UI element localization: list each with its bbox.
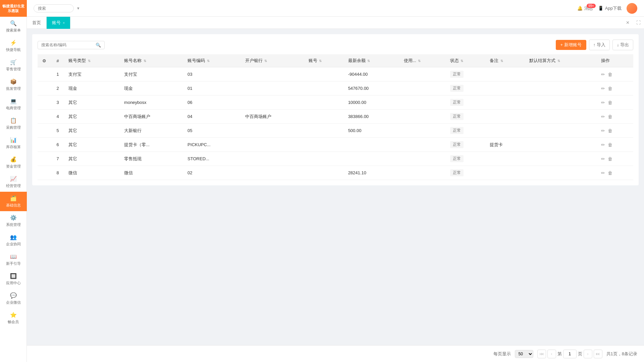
row-balance-5	[344, 138, 400, 152]
row-balance-6	[344, 152, 400, 166]
edit-button-4[interactable]: ✏	[601, 128, 605, 133]
sidebar-item-11[interactable]: 👥企业协同	[0, 231, 27, 250]
row-checkbox-7[interactable]	[38, 166, 51, 180]
sidebar-item-6[interactable]: 📊库存核算	[0, 133, 27, 153]
row-checkbox-0[interactable]	[38, 67, 51, 81]
table-row: 8 微信 微信 02 28241.10 正常 ✏ 🗑	[38, 166, 633, 180]
top-search-input[interactable]	[34, 4, 74, 12]
page-number-input[interactable]	[563, 350, 577, 358]
export-button[interactable]: ↓ 导出	[612, 40, 633, 50]
row-account-6	[305, 152, 344, 166]
sidebar-label-1: 快捷导航	[6, 47, 21, 52]
sidebar-item-15[interactable]: ⭐畅会员	[0, 308, 27, 328]
edit-button-7[interactable]: ✏	[601, 170, 605, 176]
search-input[interactable]	[41, 43, 94, 47]
toolbar-right: + 新增账号 ↑ 导入 ↓ 导出	[556, 40, 633, 50]
row-status-0: 正常	[446, 67, 486, 81]
logo-text: 畅捷通好生意乐惠版	[2, 4, 24, 13]
row-name-2: moneybosx	[120, 96, 183, 110]
main-wrapper: ▾ 🔔 消息 99+ 📱 App下载 首页 账号 × ✕ ⛶	[27, 0, 644, 362]
sidebar-item-12[interactable]: 📖新手引导	[0, 250, 27, 269]
row-default-pay-6	[525, 152, 597, 166]
delete-button-6[interactable]: 🗑	[608, 156, 612, 162]
tab-close-icon[interactable]: ×	[63, 21, 65, 25]
row-checkbox-4[interactable]	[38, 124, 51, 138]
next-page-button[interactable]: ›	[584, 350, 592, 358]
col-settings: ⚙	[38, 54, 51, 67]
sidebar-item-4[interactable]: 💻电商管理	[0, 95, 27, 114]
import-button[interactable]: ↑ 导入	[589, 40, 610, 50]
row-bank-5	[241, 138, 305, 152]
per-page-label: 每页显示	[493, 351, 511, 357]
row-code-3: 04	[183, 110, 241, 124]
sidebar-item-0[interactable]: 🔍搜索菜单	[0, 17, 27, 36]
tab-close-button[interactable]: ✕	[623, 17, 633, 29]
app-download-button[interactable]: 📱 App下载	[598, 5, 622, 11]
message-button[interactable]: 🔔 消息 99+	[577, 5, 593, 11]
add-account-button[interactable]: + 新增账号	[556, 40, 586, 50]
edit-button-2[interactable]: ✏	[601, 100, 605, 105]
row-actions-7: ✏ 🗑	[597, 166, 633, 180]
row-remark-3	[486, 110, 525, 124]
sidebar-item-14[interactable]: 💬企业微信	[0, 289, 27, 308]
row-actions-5: ✏ 🗑	[597, 138, 633, 152]
row-default-pay-0	[525, 67, 597, 81]
user-avatar[interactable]	[627, 3, 637, 14]
edit-button-6[interactable]: ✏	[601, 156, 605, 162]
edit-button-3[interactable]: ✏	[601, 114, 605, 119]
tab-fullscreen-button[interactable]: ⛶	[633, 17, 644, 29]
table-row: 3 其它 moneybosx 06 10000.00 正常 ✏ 🗑	[38, 96, 633, 110]
row-checkbox-3[interactable]	[38, 110, 51, 124]
sidebar-item-1[interactable]: ⚡快捷导航	[0, 36, 27, 56]
row-use-0	[400, 67, 446, 81]
edit-button-1[interactable]: ✏	[601, 86, 605, 91]
row-num-2: 3	[51, 96, 64, 110]
row-account-0	[305, 67, 344, 81]
sidebar-item-3[interactable]: 📦批发管理	[0, 75, 27, 95]
sidebar-label-2: 零售管理	[6, 67, 21, 72]
search-box[interactable]: 🔍	[38, 41, 105, 49]
row-name-1: 现金	[120, 81, 183, 96]
sidebar-item-7[interactable]: 💰资金管理	[0, 153, 27, 172]
delete-button-0[interactable]: 🗑	[608, 72, 612, 77]
first-page-button[interactable]: ⏮	[537, 350, 546, 358]
delete-button-4[interactable]: 🗑	[608, 128, 612, 133]
edit-button-0[interactable]: ✏	[601, 72, 605, 77]
sidebar-label-8: 经营管理	[6, 183, 21, 188]
sidebar-item-8[interactable]: 📈经营管理	[0, 172, 27, 192]
row-code-6: STORED...	[183, 152, 241, 166]
table-row: 5 其它 大新银行 05 500.00 正常 ✏ 🗑	[38, 124, 633, 138]
row-checkbox-2[interactable]	[38, 96, 51, 110]
page-nav: ⏮ ‹ 第 页 › ⏭	[537, 350, 602, 358]
row-checkbox-6[interactable]	[38, 152, 51, 166]
delete-button-1[interactable]: 🗑	[608, 86, 612, 91]
sidebar-icon-15: ⭐	[10, 312, 17, 318]
sidebar-icon-2: 🛒	[10, 59, 17, 65]
sidebar-item-2[interactable]: 🛒零售管理	[0, 56, 27, 75]
per-page-select[interactable]: 50 100 200	[515, 350, 533, 358]
search-icon: 🔍	[96, 43, 101, 48]
row-use-1	[400, 81, 446, 96]
settings-icon[interactable]: ⚙	[42, 58, 46, 63]
col-remark: 备注 ⇅	[486, 54, 525, 67]
table-row: 4 其它 中百商场账户 04 中百商场账户 383866.00 正常 ✏ 🗑	[38, 110, 633, 124]
last-page-button[interactable]: ⏭	[594, 350, 602, 358]
row-code-4: 05	[183, 124, 241, 138]
sidebar-item-13[interactable]: 🔲应用中心	[0, 269, 27, 289]
delete-button-5[interactable]: 🗑	[608, 142, 612, 147]
sidebar-item-9[interactable]: 🗂️基础信息	[0, 192, 27, 211]
row-actions-1: ✏ 🗑	[597, 81, 633, 96]
delete-button-2[interactable]: 🗑	[608, 100, 612, 105]
edit-button-5[interactable]: ✏	[601, 142, 605, 147]
row-checkbox-1[interactable]	[38, 81, 51, 96]
row-checkbox-5[interactable]	[38, 138, 51, 152]
delete-button-3[interactable]: 🗑	[608, 114, 612, 119]
toolbar: 🔍 + 新增账号 ↑ 导入 ↓ 导出	[38, 40, 633, 50]
tab-account[interactable]: 账号 ×	[47, 17, 70, 29]
tab-home[interactable]: 首页	[27, 17, 47, 29]
delete-button-7[interactable]: 🗑	[608, 170, 612, 176]
row-status-1: 正常	[446, 81, 486, 96]
prev-page-button[interactable]: ‹	[547, 350, 556, 358]
sidebar-item-10[interactable]: ⚙️系统管理	[0, 211, 27, 231]
sidebar-item-5[interactable]: 📋采购管理	[0, 114, 27, 133]
